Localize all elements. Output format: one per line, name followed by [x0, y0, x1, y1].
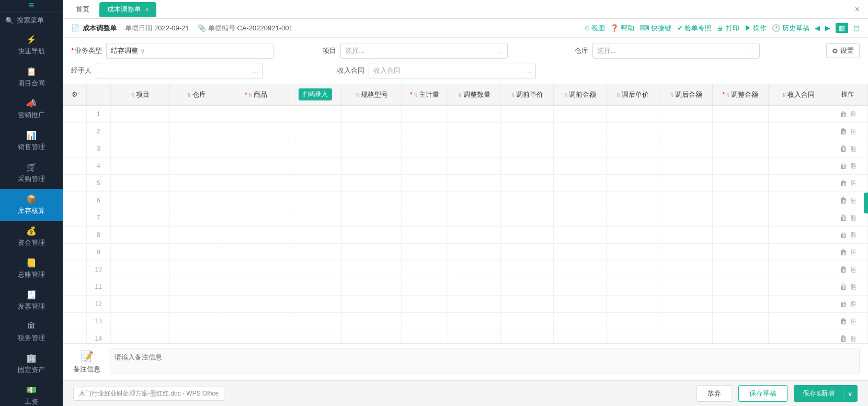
row-copy-btn[interactable]: ⎘: [850, 230, 856, 240]
row-spec[interactable]: [342, 244, 402, 261]
row-adj-qty[interactable]: [448, 175, 500, 192]
row-copy-btn[interactable]: ⎘: [850, 195, 856, 206]
row-adj-qty[interactable]: [448, 330, 500, 344]
action-prev[interactable]: ◀: [815, 24, 820, 32]
row-spec[interactable]: [342, 105, 402, 123]
window-close-btn[interactable]: ×: [852, 5, 863, 14]
row-post-unit-price[interactable]: [607, 209, 659, 227]
row-copy-btn[interactable]: ⎘: [850, 143, 856, 154]
col-unit[interactable]: ⇅主计量: [402, 84, 448, 105]
row-post-amount[interactable]: [659, 296, 712, 313]
row-adj-amount[interactable]: [712, 330, 769, 344]
row-product[interactable]: [223, 209, 289, 227]
row-pre-amount[interactable]: [554, 227, 607, 244]
row-post-amount[interactable]: [659, 105, 712, 123]
row-warehouse[interactable]: [170, 209, 223, 227]
row-project[interactable]: [110, 123, 170, 140]
row-unit[interactable]: [402, 157, 448, 175]
row-income-contract[interactable]: [769, 261, 828, 278]
row-product[interactable]: [223, 192, 289, 209]
tab-cost-adjustment[interactable]: 成本调整单 ×: [99, 2, 156, 17]
action-grid2[interactable]: ▤: [853, 24, 860, 32]
row-spec[interactable]: [342, 227, 402, 244]
row-pre-amount[interactable]: [554, 296, 607, 313]
row-project[interactable]: [110, 209, 170, 227]
col-pre-unit-price[interactable]: ⇅调前单价: [500, 84, 553, 105]
row-warehouse[interactable]: [170, 330, 223, 344]
row-post-amount[interactable]: [659, 192, 712, 209]
table-wrapper[interactable]: ⚙ ⇅项目 ⇅仓库 ⇅商品 扫码录入 ⇅规格型号 ⇅主计量 ⇅调整数量 ⇅调前单…: [63, 84, 868, 343]
col-spec[interactable]: ⇅规格型号: [342, 84, 402, 105]
sidebar-item-sales-promo[interactable]: 📣 营销推广: [0, 93, 63, 125]
sidebar-item-invoice-mgmt[interactable]: 🧾 发票管理: [0, 285, 63, 317]
discard-button[interactable]: 放弃: [696, 385, 732, 402]
row-delete-btn[interactable]: 🗑: [839, 316, 848, 326]
row-adj-qty[interactable]: [448, 209, 500, 227]
row-post-amount[interactable]: [659, 278, 712, 296]
row-project[interactable]: [110, 330, 170, 344]
warehouse-input[interactable]: 选择... ...: [592, 43, 760, 59]
row-pre-unit-price[interactable]: [500, 192, 553, 209]
row-post-unit-price[interactable]: [607, 244, 659, 261]
row-product[interactable]: [223, 261, 289, 278]
sidebar-item-project-contract[interactable]: 📋 项目合同: [0, 61, 63, 93]
save-new-button[interactable]: 保存&新增 ∨: [794, 385, 858, 402]
row-post-unit-price[interactable]: [607, 192, 659, 209]
row-adj-qty[interactable]: [448, 227, 500, 244]
row-warehouse[interactable]: [170, 278, 223, 296]
row-product[interactable]: [223, 278, 289, 296]
row-income-contract[interactable]: [769, 209, 828, 227]
row-unit[interactable]: [402, 175, 448, 192]
row-project[interactable]: [110, 140, 170, 157]
row-spec[interactable]: [342, 192, 402, 209]
row-product[interactable]: [223, 244, 289, 261]
sidebar-item-purchase-mgmt[interactable]: 🛒 采购管理: [0, 157, 63, 189]
col-adj-amount[interactable]: ⇅调整金额: [712, 84, 769, 105]
col-scan[interactable]: 扫码录入: [289, 84, 342, 105]
row-pre-unit-price[interactable]: [500, 296, 553, 313]
row-income-contract[interactable]: [769, 313, 828, 330]
row-pre-unit-price[interactable]: [500, 330, 553, 344]
row-post-unit-price[interactable]: [607, 175, 659, 192]
row-delete-btn[interactable]: 🗑: [839, 178, 848, 188]
row-spec[interactable]: [342, 261, 402, 278]
row-pre-unit-price[interactable]: [500, 261, 553, 278]
row-warehouse[interactable]: [170, 157, 223, 175]
sidebar-search[interactable]: 🔍 搜索菜单: [0, 12, 63, 29]
row-copy-btn[interactable]: ⎘: [850, 161, 856, 171]
row-project[interactable]: [110, 105, 170, 123]
row-project[interactable]: [110, 157, 170, 175]
tab-home[interactable]: 首页: [68, 2, 97, 17]
row-adj-amount[interactable]: [712, 105, 769, 123]
row-pre-unit-price[interactable]: [500, 157, 553, 175]
row-adj-amount[interactable]: [712, 278, 769, 296]
row-unit[interactable]: [402, 330, 448, 344]
row-project[interactable]: [110, 192, 170, 209]
row-income-contract[interactable]: [769, 140, 828, 157]
settings-button[interactable]: ⚙ 设置: [826, 43, 860, 58]
row-adj-qty[interactable]: [448, 192, 500, 209]
save-new-arrow[interactable]: ∨: [843, 390, 857, 398]
row-post-amount[interactable]: [659, 244, 712, 261]
col-post-unit-price[interactable]: ⇅调后单价: [607, 84, 659, 105]
row-delete-btn[interactable]: 🗑: [839, 264, 848, 275]
row-pre-unit-price[interactable]: [500, 278, 553, 296]
row-delete-btn[interactable]: 🗑: [839, 299, 848, 309]
row-pre-unit-price[interactable]: [500, 105, 553, 123]
row-income-contract[interactable]: [769, 175, 828, 192]
row-copy-btn[interactable]: ⎘: [850, 333, 856, 343]
row-post-amount[interactable]: [659, 140, 712, 157]
row-project[interactable]: [110, 244, 170, 261]
row-post-unit-price[interactable]: [607, 296, 659, 313]
row-warehouse[interactable]: [170, 244, 223, 261]
row-delete-btn[interactable]: 🗑: [839, 333, 848, 343]
row-project[interactable]: [110, 227, 170, 244]
row-pre-amount[interactable]: [554, 278, 607, 296]
row-warehouse[interactable]: [170, 261, 223, 278]
row-unit[interactable]: [402, 209, 448, 227]
row-warehouse[interactable]: [170, 105, 223, 123]
row-income-contract[interactable]: [769, 278, 828, 296]
row-adj-qty[interactable]: [448, 140, 500, 157]
row-spec[interactable]: [342, 209, 402, 227]
action-shortcut[interactable]: ⌨ 快捷键: [639, 24, 672, 33]
